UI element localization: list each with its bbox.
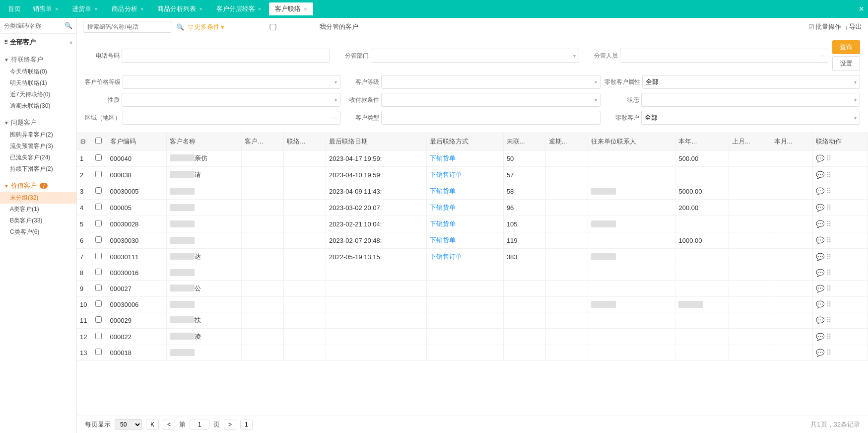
contact-way-link[interactable]: 下销货单: [430, 187, 456, 195]
chat-icon[interactable]: 💬: [816, 316, 824, 324]
apps-icon[interactable]: ⠿: [826, 187, 831, 195]
retail-attr-input[interactable]: 全部 ▾: [642, 75, 860, 89]
apps-icon[interactable]: ⠿: [826, 154, 831, 162]
batch-ops-btn[interactable]: ☑ 批量操作: [808, 22, 841, 31]
sidebar-item-week-pending[interactable]: 近7天待联络(0): [0, 89, 76, 100]
close-tab-customer-segment-icon[interactable]: ×: [258, 6, 261, 12]
customer-level-input[interactable]: ▾: [381, 75, 600, 89]
row-checkbox[interactable]: [95, 236, 102, 243]
close-tab-analysis-list-icon[interactable]: ×: [199, 6, 202, 12]
first-page-btn[interactable]: K: [146, 420, 159, 430]
row-checkbox-cell[interactable]: [92, 183, 107, 200]
chat-icon[interactable]: 💬: [816, 204, 824, 212]
apps-icon[interactable]: ⠿: [826, 349, 831, 357]
close-tab-analysis-icon[interactable]: ×: [140, 6, 143, 12]
prev-page-btn[interactable]: <: [163, 420, 175, 430]
contact-way-link[interactable]: 下销货单: [430, 204, 456, 211]
collapse-sidebar-icon[interactable]: «: [69, 39, 72, 45]
select-all-checkbox[interactable]: [95, 138, 102, 144]
apps-icon[interactable]: ⠿: [826, 333, 831, 341]
nature-input[interactable]: ▾: [122, 93, 340, 107]
row-checkbox[interactable]: [95, 333, 102, 339]
price-level-input[interactable]: ▾: [123, 75, 340, 89]
sidebar-item-class-a[interactable]: A类客户(1): [0, 204, 76, 215]
manager-input[interactable]: ···: [620, 49, 828, 63]
phone-input[interactable]: [122, 49, 330, 63]
contact-way-link[interactable]: 下销货单: [430, 220, 456, 227]
sidebar-item-tomorrow-pending[interactable]: 明天待联络(1): [0, 77, 76, 89]
row-checkbox[interactable]: [95, 154, 102, 161]
nav-tab-sales[interactable]: 销售单 ×: [27, 2, 64, 15]
chat-icon[interactable]: 💬: [816, 220, 824, 228]
my-customers-checkbox[interactable]: [228, 24, 318, 30]
row-checkbox[interactable]: [95, 269, 102, 275]
close-window-button[interactable]: ×: [859, 4, 864, 14]
more-conditions-btn[interactable]: ▽ 更多条件 ▾: [188, 22, 224, 31]
sidebar-item-today-pending[interactable]: 今天待联络(0): [0, 66, 76, 77]
row-checkbox-cell[interactable]: [92, 345, 107, 361]
page-number-input[interactable]: [190, 420, 209, 430]
sidebar-item-churned[interactable]: 已流失客户(24): [0, 152, 76, 163]
search-icon[interactable]: 🔍: [176, 23, 184, 31]
row-checkbox-cell[interactable]: [92, 312, 107, 329]
query-button[interactable]: 查询: [832, 40, 860, 54]
row-checkbox[interactable]: [95, 253, 102, 259]
all-customers-header[interactable]: ⠿ 全部客户 «: [0, 34, 76, 49]
search-input[interactable]: [83, 21, 172, 33]
chat-icon[interactable]: 💬: [816, 154, 824, 162]
apps-icon[interactable]: ⠿: [826, 300, 831, 308]
gear-settings-icon[interactable]: ⚙: [80, 138, 86, 145]
row-checkbox-cell[interactable]: [92, 265, 107, 281]
retail-customer-input[interactable]: 全部 ▾: [641, 111, 860, 125]
col-gear[interactable]: ⚙: [77, 133, 92, 150]
nav-tab-purchase[interactable]: 进货单 ×: [66, 2, 103, 15]
col-checkbox-header[interactable]: [92, 133, 107, 150]
close-tab-customer-contact-icon[interactable]: ×: [304, 6, 307, 12]
last-page-btn[interactable]: 1: [240, 420, 253, 430]
nav-home[interactable]: 首页: [4, 2, 25, 15]
close-tab-sales-icon[interactable]: ×: [55, 6, 58, 12]
row-checkbox-cell[interactable]: [92, 232, 107, 249]
row-checkbox[interactable]: [95, 316, 102, 323]
row-checkbox[interactable]: [95, 285, 102, 291]
nav-tab-analysis[interactable]: 商品分析 ×: [106, 2, 149, 15]
chat-icon[interactable]: 💬: [816, 269, 824, 277]
sidebar-item-abnormal[interactable]: 囤购异常客户(2): [0, 129, 76, 141]
contact-way-link[interactable]: 下销售订单: [430, 171, 462, 178]
chat-icon[interactable]: 💬: [816, 187, 824, 195]
close-tab-purchase-icon[interactable]: ×: [94, 6, 97, 12]
row-checkbox[interactable]: [95, 187, 102, 194]
apps-icon[interactable]: ⠿: [826, 316, 831, 324]
sidebar-item-overdue-pending[interactable]: 逾期未联络(30): [0, 100, 76, 112]
sidebar-item-class-b[interactable]: B类客户(33): [0, 215, 76, 226]
row-checkbox-cell[interactable]: [92, 281, 107, 297]
row-checkbox-cell[interactable]: [92, 167, 107, 183]
row-checkbox-cell[interactable]: [92, 200, 107, 216]
contact-way-link[interactable]: 下销货单: [430, 236, 456, 244]
dept-input[interactable]: ▾: [371, 49, 579, 63]
row-checkbox[interactable]: [95, 220, 102, 226]
row-checkbox[interactable]: [95, 204, 102, 210]
chat-icon[interactable]: 💬: [816, 285, 824, 292]
next-page-btn[interactable]: >: [224, 420, 236, 430]
nav-tab-customer-contact[interactable]: 客户联络 ×: [269, 2, 313, 15]
sidebar-item-class-c[interactable]: C类客户(6): [0, 226, 76, 238]
reset-button[interactable]: 设置: [832, 56, 860, 71]
contact-way-link[interactable]: 下销货单: [430, 154, 456, 162]
export-btn[interactable]: ↓ 导出: [845, 22, 863, 31]
chat-icon[interactable]: 💬: [816, 236, 824, 244]
region-input[interactable]: ···: [123, 111, 340, 125]
row-checkbox[interactable]: [95, 300, 102, 307]
apps-icon[interactable]: ⠿: [826, 236, 831, 244]
payment-input[interactable]: ▾: [381, 93, 600, 107]
nav-tab-analysis-list[interactable]: 商品分析列表 ×: [151, 2, 208, 15]
sidebar-search-input[interactable]: [4, 22, 63, 29]
row-checkbox-cell[interactable]: [92, 297, 107, 312]
chat-icon[interactable]: 💬: [816, 333, 824, 341]
apps-icon[interactable]: ⠿: [826, 269, 831, 277]
apps-icon[interactable]: ⠿: [826, 220, 831, 228]
apps-icon[interactable]: ⠿: [826, 253, 831, 261]
customer-type-input[interactable]: [381, 111, 600, 125]
contact-way-link[interactable]: 下销售订单: [430, 253, 462, 260]
sidebar-item-unclassified[interactable]: 末分组(32): [0, 192, 76, 204]
